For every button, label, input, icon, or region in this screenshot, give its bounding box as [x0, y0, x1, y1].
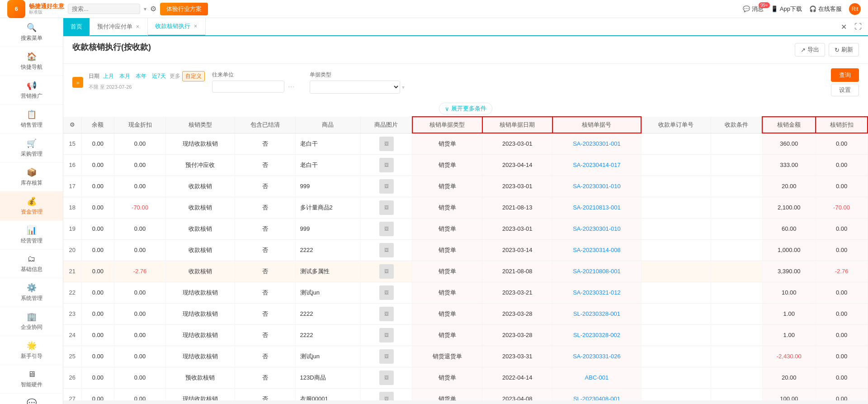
sidebar-icon-wechat: 💬 — [27, 398, 37, 404]
tab-home[interactable]: 首页 — [63, 18, 90, 36]
tab-prepay[interactable]: 预付冲应付单× — [90, 18, 148, 36]
cell-receipt-order-no — [641, 197, 711, 218]
maximize-btn[interactable]: ⛶ — [852, 20, 864, 33]
headset-icon: 🎧 — [809, 5, 816, 12]
sidebar-icon-quick-nav: 🏠 — [27, 52, 37, 62]
top-search-input[interactable] — [68, 4, 140, 14]
counterpart-dots[interactable]: ··· — [288, 82, 295, 91]
cell-cancel-discount: -70.00 — [816, 197, 868, 218]
message-btn[interactable]: 💬 消息 99+ — [743, 5, 764, 13]
col-settings[interactable]: ⚙ — [63, 117, 81, 133]
last-7-days-btn[interactable]: 近7天 — [150, 71, 168, 81]
cell-cancel-voucher-no[interactable]: SL-20230328-002 — [552, 324, 641, 346]
sidebar-item-wechat[interactable]: 💬企业微信 — [0, 394, 63, 404]
col-cancel-discount: 核销折扣 — [816, 117, 868, 133]
table-header-row: ⚙ 余额 现金折扣 核销类型 包含已结清 商品 商品图片 核销单据类型 核销单据… — [63, 117, 868, 133]
cell-cancel-voucher-no[interactable]: SL-20230408-001 — [552, 388, 641, 400]
cell-cancel-discount: 0.00 — [816, 176, 868, 197]
sidebar-item-capital-mgmt[interactable]: 💰资金管理 — [0, 192, 63, 221]
sidebar-item-ops-mgmt[interactable]: 📊经营管理 — [0, 221, 63, 250]
voucher-type-select[interactable] — [310, 81, 400, 94]
col-cancel-voucher-type: 核销单据类型 — [412, 117, 482, 133]
last-month-btn[interactable]: 上月 — [101, 71, 116, 81]
this-month-btn[interactable]: 本月 — [118, 71, 132, 81]
cell-receipt-condition — [711, 346, 762, 367]
close-window-btn[interactable]: ✕ — [837, 20, 850, 33]
sidebar-label-capital-mgmt: 资金管理 — [21, 208, 42, 216]
cell-incl-cleared: 否 — [235, 346, 295, 367]
cell-cancel-type: 预收款核销 — [165, 367, 235, 388]
counterpart-input[interactable] — [212, 81, 284, 93]
counterpart-filter-group: 往来单位 ··· — [212, 71, 302, 93]
sidebar-item-new-guide[interactable]: 🌟新手引导 — [0, 336, 63, 365]
expand-more-label: 展开更多条件 — [451, 105, 486, 113]
online-service-btn[interactable]: 🎧 在线客服 — [809, 5, 842, 13]
refresh-btn[interactable]: ↻ 刷新 — [829, 43, 859, 57]
cell-receipt-order-no — [641, 367, 711, 388]
cell-receipt-order-no — [641, 346, 711, 367]
cell-balance: 0.00 — [81, 346, 114, 367]
cell-incl-cleared: 否 — [235, 303, 295, 324]
settings-icon[interactable]: ⚙ — [150, 5, 156, 13]
tab-close-receipt-cancel[interactable]: × — [193, 22, 198, 30]
cell-cancel-voucher-no[interactable]: ABC-001 — [552, 367, 641, 388]
cell-receipt-order-no — [641, 303, 711, 324]
col-receipt-order-no: 收款单订单号 — [641, 117, 711, 133]
cell-balance: 0.00 — [81, 176, 114, 197]
cell-cancel-voucher-no[interactable]: SA-20230314-008 — [552, 239, 641, 261]
user-avatar[interactable]: Rit — [849, 3, 861, 15]
this-year-btn[interactable]: 本年 — [134, 71, 148, 81]
table-row: 18 0.00 -70.00 收款核销 否 多计量商品2 🖼 销货单 2021-… — [63, 197, 868, 218]
cell-cancel-voucher-type: 销货单 — [412, 176, 482, 197]
sidebar-item-marketing[interactable]: 📢营销推广 — [0, 76, 63, 105]
industry-btn[interactable]: 体验行业方案 — [160, 3, 208, 15]
cell-cancel-voucher-no[interactable]: SA-20230301-001 — [552, 133, 641, 154]
sidebar-icon-search-menu: 🔍 — [27, 23, 37, 33]
sidebar-item-quick-nav[interactable]: 🏠快捷导航 — [0, 47, 63, 76]
sidebar-item-enterprise[interactable]: 🏢企业协同 — [0, 307, 63, 336]
sidebar-item-sys-mgmt[interactable]: ⚙️系统管理 — [0, 278, 63, 307]
cell-incl-cleared: 否 — [235, 133, 295, 154]
cell-cancel-voucher-no[interactable]: SA-20230321-012 — [552, 282, 641, 303]
cell-cancel-voucher-no[interactable]: SA-20230301-010 — [552, 176, 641, 197]
col-cancel-amount: 核销金额 — [762, 117, 816, 133]
filter-expand-btn[interactable]: » — [72, 77, 83, 88]
export-btn[interactable]: ↗ 导出 — [795, 43, 825, 57]
cell-cancel-voucher-no[interactable]: SA-20210813-001 — [552, 197, 641, 218]
sidebar-item-purchase-mgmt[interactable]: 🛒采购管理 — [0, 134, 63, 163]
cell-cancel-voucher-no[interactable]: SA-20210808-001 — [552, 261, 641, 282]
cell-cash-discount: -2.76 — [114, 261, 165, 282]
cell-cancel-voucher-no[interactable]: SL-20230328-001 — [552, 303, 641, 324]
cell-cancel-type: 收款核销 — [165, 239, 235, 261]
table-row: 23 0.00 0.00 现结收款核销 否 2222 🖼 销货单 2023-03… — [63, 303, 868, 324]
custom-date-btn[interactable]: 自定义 — [182, 71, 205, 81]
filter-settings-btn[interactable]: 设置 — [831, 84, 859, 96]
cell-goods: 多计量商品2 — [295, 197, 361, 218]
cell-cancel-voucher-no[interactable]: SA-20230331-026 — [552, 346, 641, 367]
query-btn[interactable]: 查询 — [831, 68, 859, 82]
app-download-btn[interactable]: 📱 App下载 — [771, 5, 802, 13]
cell-no: 15 — [63, 133, 81, 154]
sidebar-item-search-menu[interactable]: 🔍搜索菜单 — [0, 18, 63, 47]
app-name: 畅捷通好生意 — [29, 3, 64, 10]
sidebar-item-inventory[interactable]: 📦库存核算 — [0, 163, 63, 192]
cell-incl-cleared: 否 — [235, 239, 295, 261]
sidebar-item-basic-info[interactable]: 🗂基础信息 — [0, 250, 63, 278]
tab-receipt-cancel[interactable]: 收款核销执行× — [148, 18, 206, 36]
sidebar: 🔍搜索菜单🏠快捷导航📢营销推广📋销售管理🛒采购管理📦库存核算💰资金管理📊经营管理… — [0, 18, 63, 404]
sidebar-item-sales-mgmt[interactable]: 📋销售管理 — [0, 105, 63, 134]
voucher-type-clear[interactable]: ▾ — [402, 84, 405, 90]
cell-cancel-voucher-date: 2023-03-01 — [482, 176, 552, 197]
expand-more-btn[interactable]: ∨ 展开更多条件 — [439, 103, 492, 114]
cell-cancel-voucher-no[interactable]: SA-20230301-010 — [552, 218, 641, 239]
tab-close-prepay[interactable]: × — [135, 23, 140, 31]
cell-cancel-discount: 0.00 — [816, 346, 868, 367]
cell-cancel-voucher-no[interactable]: SA-20230414-017 — [552, 154, 641, 176]
sidebar-item-smart-hw[interactable]: 🖥智能硬件 — [0, 365, 63, 394]
cell-receipt-condition — [711, 239, 762, 261]
sidebar-label-purchase-mgmt: 采购管理 — [21, 150, 42, 158]
more-date-btn[interactable]: 更多 — [170, 72, 180, 80]
expand-more-row: ∨ 展开更多条件 — [63, 101, 868, 116]
cell-receipt-order-no — [641, 133, 711, 154]
cell-cancel-discount: 0.00 — [816, 282, 868, 303]
